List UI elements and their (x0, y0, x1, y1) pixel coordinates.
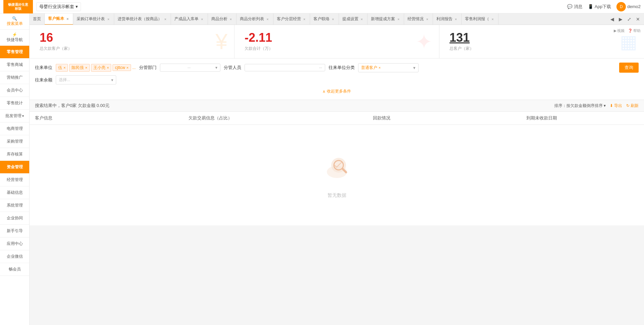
sidebar-item-basic-info[interactable]: 基础信息 (0, 186, 29, 199)
sidebar-item-member[interactable]: 会员中心 (0, 84, 29, 97)
dept-filter-label: 分管部门 (139, 65, 157, 71)
app-download-btn[interactable]: 📱 App下载 (588, 4, 611, 10)
tab-operation-status[interactable]: 经营情况 × (404, 13, 433, 25)
stat-label-total-customers: 总客户（家） (449, 46, 474, 51)
dept-select[interactable]: ··· ▾ (160, 64, 220, 72)
results-summary: 搜索结果中，客户0家 欠款金额 0.00元 (35, 103, 110, 109)
video-help-btn[interactable]: ▶ 视频 (614, 28, 625, 33)
tab-close-customer-contact[interactable]: × (331, 17, 335, 22)
unit-class-tag-normal: 普通客户 × (361, 65, 381, 71)
expand-icon: ▾ (22, 114, 24, 118)
export-btn[interactable]: ⬇ 导出 (610, 103, 622, 109)
tab-close-operation[interactable]: × (425, 17, 429, 22)
tab-close-customer-tier[interactable]: × (302, 17, 306, 22)
sidebar-item-purchase[interactable]: 采购管理 (0, 135, 29, 148)
message-label: 消息 (574, 4, 583, 10)
sidebar-retail-label: 零售管理 (2, 49, 28, 55)
sidebar-item-enterprise[interactable]: 企业协同 (0, 212, 29, 225)
remove-tag-cjttcw[interactable]: × (126, 66, 128, 70)
tab-close-goods-stat[interactable]: × (163, 17, 167, 22)
sidebar: 🔍 搜索菜单 ⚡ 快捷导航 零售管理 零售商城 营销推广 会员中心 零售统计 批… (0, 13, 30, 325)
avatar: D (616, 2, 626, 11)
stat-label-debt-customers: 总欠款客户（家） (40, 46, 72, 51)
sidebar-item-marketing[interactable]: 营销推广 (0, 71, 29, 84)
sort-btn[interactable]: 排序：按欠款金额倒序排序 ▾ (554, 103, 606, 109)
refresh-btn[interactable]: ↻ 刷新 (626, 103, 639, 109)
stats-row: 16 总欠款客户（家） ¥ -2.11 欠款合计（万） ✦ 131 总客户（家）… (30, 25, 644, 59)
filter-more-btn[interactable]: ... (132, 65, 136, 70)
logo[interactable]: 畅捷通好生意 标版 (3, 0, 33, 13)
user-area[interactable]: D demo2 (616, 2, 641, 11)
sidebar-item-ecommerce[interactable]: 电商管理 (0, 122, 29, 135)
help-btn[interactable]: ❓ 帮助 (628, 28, 641, 33)
sidebar-item-retail-stat[interactable]: 零售统计 (0, 97, 29, 110)
stat-value-total-customers[interactable]: 131 (449, 32, 470, 44)
sidebar-item-finance[interactable]: 资金管理 (0, 161, 29, 174)
table-container: 客户信息 欠款交易信息（占比） 回款情况 到期未收款日期 (30, 112, 644, 225)
sidebar-item-inventory[interactable]: 库存核算 (0, 148, 29, 161)
tab-new-commission[interactable]: 新增提成方案 × (368, 13, 404, 25)
tab-goods-analysis[interactable]: 商品分析 × (208, 13, 237, 25)
sidebar-item-operation[interactable]: 经营管理 (0, 174, 29, 186)
tab-close-goods-analysis-list[interactable]: × (265, 17, 269, 22)
filter-tag-wangxiaoliang: 王小亮 × (91, 64, 111, 72)
empty-state: 暂无数据 (30, 125, 644, 225)
manager-filter-label: 分管人员 (224, 65, 241, 71)
sidebar-search-label: 搜索菜单 (2, 21, 28, 27)
tab-goods-analysis-list[interactable]: 商品分析列表 × (237, 13, 273, 25)
top-right-area: 💬 消息 📱 App下载 D demo2 (567, 2, 641, 11)
tab-customer-tier[interactable]: 客户分层经营 × (273, 13, 310, 25)
tab-maximize-icon[interactable]: ⤢ (626, 16, 633, 23)
sidebar-item-wholesale[interactable]: 批发管理 ▾ (0, 110, 29, 122)
unit-class-select[interactable]: 普通客户 × ▾ (358, 63, 419, 72)
sidebar-item-retail-mgmt[interactable]: 零售管理 (0, 46, 29, 59)
tab-close-profit[interactable]: × (454, 17, 458, 22)
tab-commission-setting[interactable]: 提成设置 × (339, 13, 368, 25)
remove-unit-class[interactable]: × (379, 66, 381, 70)
tab-product-entry[interactable]: 产成品入库单 × (171, 13, 208, 25)
tab-profit-report[interactable]: 利润报告 × (433, 13, 462, 25)
tab-customer-contact[interactable]: 客户联络 × (310, 13, 339, 25)
tab-home[interactable]: 首页 (30, 13, 45, 25)
tab-close-commission[interactable]: × (360, 17, 364, 22)
remove-tag-chenminqiang[interactable]: × (85, 66, 87, 70)
balance-select[interactable]: 选择... ▾ (56, 75, 116, 84)
sidebar-item-wechat[interactable]: 企业微信 (0, 250, 29, 263)
chevron-up-icon: ∧ (323, 89, 326, 94)
tab-close-product-entry[interactable]: × (200, 17, 204, 22)
message-btn[interactable]: 💬 消息 (567, 4, 583, 10)
stat-value-total-debt: -2.11 (245, 32, 272, 44)
tab-bar: 首页 客户账本 × 采购订单统计表 × 进货单统计表（按商品） × 产成品入库单… (30, 13, 644, 25)
sidebar-item-member2[interactable]: 畅会员 (0, 263, 29, 276)
tab-close-all-icon[interactable]: ✕ (635, 16, 641, 23)
remove-tag-wu[interactable]: × (63, 66, 66, 70)
remove-tag-wangxiaoliang[interactable]: × (107, 66, 109, 70)
tab-close-customer-ledger[interactable]: × (66, 16, 70, 21)
tab-next-arrow[interactable]: ▶ (617, 16, 624, 23)
logo-line1: 畅捷通好生意 (8, 3, 28, 7)
tab-customer-ledger[interactable]: 客户账本 × (45, 13, 73, 25)
manager-select[interactable]: ··· (245, 64, 325, 71)
tab-prev-arrow[interactable]: ◀ (609, 16, 615, 23)
demo-select[interactable]: 母婴行业演示帐套 (36, 2, 81, 11)
sidebar-item-system[interactable]: 系统管理 (0, 199, 29, 212)
tab-close-purchase-order[interactable]: × (106, 17, 110, 22)
balance-chevron-down-icon: ▾ (111, 78, 113, 82)
tab-retail-profit[interactable]: 零售利润报（ × (462, 13, 498, 25)
sidebar-item-retail-mall[interactable]: 零售商城 (0, 59, 29, 71)
manager-more-icon: ··· (319, 66, 322, 70)
sidebar-item-quick-nav[interactable]: ⚡ 快捷导航 (0, 30, 29, 46)
tab-close-goods-analysis[interactable]: × (229, 17, 233, 22)
dept-chevron-down-icon: ▾ (215, 65, 217, 70)
query-button[interactable]: 查询 (619, 63, 639, 73)
tab-goods-stat[interactable]: 进货单统计表（按商品） × (114, 13, 171, 25)
tab-close-new-commission[interactable]: × (396, 17, 400, 22)
sidebar-item-search[interactable]: 🔍 搜索菜单 (0, 13, 29, 30)
collapse-btn[interactable]: ∧ 收起更多条件 (35, 87, 639, 96)
sidebar-item-app-center[interactable]: 应用中心 (0, 238, 29, 250)
filter-tag-cjttcw: cjttcw × (113, 64, 131, 71)
sidebar-item-guide[interactable]: 新手引导 (0, 225, 29, 238)
tab-purchase-order[interactable]: 采购订单统计表 × (73, 13, 114, 25)
stat-card-debt-customers: 16 总欠款客户（家） ¥ (30, 25, 234, 58)
tab-close-retail-profit[interactable]: × (490, 17, 495, 22)
